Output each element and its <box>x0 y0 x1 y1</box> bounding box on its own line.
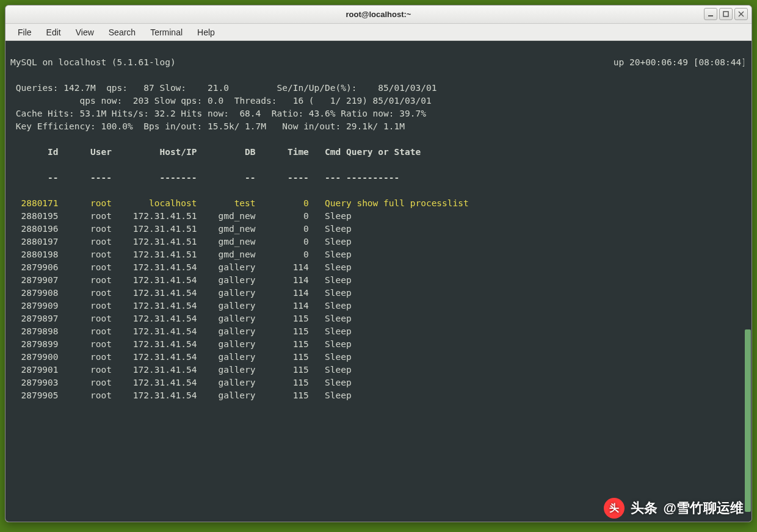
svg-rect-1 <box>723 12 728 16</box>
cell-cmd: Sleep <box>309 287 352 300</box>
cell-user: root <box>59 325 112 338</box>
menu-search[interactable]: Search <box>101 25 143 40</box>
cell-cmd: Sleep <box>309 274 352 287</box>
menu-edit[interactable]: Edit <box>39 25 68 40</box>
process-row: 2879908root172.31.41.54gallery114Sleep <box>10 287 747 300</box>
col-db: DB <box>197 146 256 159</box>
process-row: 2879900root172.31.41.54gallery115Sleep <box>10 351 747 364</box>
cell-user: root <box>59 312 112 325</box>
cell-db: gmd_new <box>197 223 256 235</box>
cell-cmd: Sleep <box>309 351 352 364</box>
cell-host: 172.31.41.51 <box>112 210 197 223</box>
cell-user: root <box>59 223 112 235</box>
menu-terminal[interactable]: Terminal <box>143 25 190 40</box>
cell-cmd: Query show full processlist <box>309 197 469 210</box>
cell-user: root <box>59 261 112 274</box>
cell-db: gmd_new <box>197 235 256 248</box>
menu-file[interactable]: File <box>10 25 39 40</box>
cell-id: 2879901 <box>10 364 59 376</box>
cell-time: 115 <box>256 338 309 351</box>
window-titlebar[interactable]: root@localhost:~ <box>5 5 752 24</box>
cell-db: gmd_new <box>197 210 256 223</box>
cell-db: gallery <box>197 300 256 312</box>
cell-id: 2879909 <box>10 300 59 312</box>
cell-host: 172.31.41.54 <box>112 376 197 389</box>
cell-host: 172.31.41.54 <box>112 312 197 325</box>
close-button[interactable] <box>734 8 748 20</box>
col-host: Host/IP <box>112 146 197 159</box>
cell-host: localhost <box>112 197 197 210</box>
cell-db: gallery <box>197 351 256 364</box>
terminal-output[interactable]: MySQL on localhost (5.1.61-log)up 20+00:… <box>5 41 752 522</box>
menubar: File Edit View Search Terminal Help <box>5 24 752 41</box>
process-row: 2880198root172.31.41.51gmd_new0Sleep <box>10 248 747 261</box>
cell-cmd: Sleep <box>309 261 352 274</box>
cell-user: root <box>59 274 112 287</box>
uptime-clock: up 20+00:06:49 [08:08:44] <box>614 56 747 69</box>
cell-time: 115 <box>256 364 309 376</box>
cell-id: 2880198 <box>10 248 59 261</box>
stats-queries: Queries: 142.7M qps: 87 Slow: 21.0 Se/In… <box>10 83 436 93</box>
cell-user: root <box>59 376 112 389</box>
cell-db: gallery <box>197 389 256 402</box>
col-id: Id <box>10 146 59 159</box>
col-time: Time <box>256 146 309 159</box>
cell-cmd: Sleep <box>309 235 352 248</box>
cell-cmd: Sleep <box>309 210 352 223</box>
cell-id: 2879905 <box>10 389 59 402</box>
process-row: 2879897root172.31.41.54gallery115Sleep <box>10 312 747 325</box>
cell-host: 172.31.41.54 <box>112 389 197 402</box>
cell-cmd: Sleep <box>309 338 352 351</box>
cell-cmd: Sleep <box>309 376 352 389</box>
cell-time: 114 <box>256 261 309 274</box>
cell-cmd: Sleep <box>309 389 352 402</box>
cell-id: 2880196 <box>10 223 59 235</box>
terminal-window: root@localhost:~ File Edit View Search T… <box>5 5 752 522</box>
cell-cmd: Sleep <box>309 325 352 338</box>
cell-id: 2879898 <box>10 325 59 338</box>
cell-host: 172.31.41.54 <box>112 261 197 274</box>
process-row: 2880196root172.31.41.51gmd_new0Sleep <box>10 223 747 235</box>
cell-time: 0 <box>256 235 309 248</box>
cell-user: root <box>59 389 112 402</box>
maximize-button[interactable] <box>719 8 733 20</box>
cell-user: root <box>59 364 112 376</box>
cell-id: 2880197 <box>10 235 59 248</box>
cell-id: 2879903 <box>10 376 59 389</box>
process-row: 2880195root172.31.41.51gmd_new0Sleep <box>10 210 747 223</box>
cell-cmd: Sleep <box>309 312 352 325</box>
cell-user: root <box>59 351 112 364</box>
cell-host: 172.31.41.51 <box>112 223 197 235</box>
column-headers: IdUserHost/IPDBTimeCmd Query or State <box>10 146 747 159</box>
cell-time: 115 <box>256 325 309 338</box>
column-separator: ---------------------- ---------- <box>10 171 747 184</box>
cell-db: gallery <box>197 338 256 351</box>
cell-db: test <box>197 197 256 210</box>
scrollbar-thumb[interactable] <box>745 329 751 512</box>
cell-cmd: Sleep <box>309 248 352 261</box>
cell-id: 2879908 <box>10 287 59 300</box>
menu-help[interactable]: Help <box>190 25 222 40</box>
mysql-host-line: MySQL on localhost (5.1.61-log) <box>10 56 176 69</box>
window-title: root@localhost:~ <box>346 10 411 19</box>
cell-time: 114 <box>256 274 309 287</box>
menu-view[interactable]: View <box>68 25 101 40</box>
cell-time: 115 <box>256 376 309 389</box>
cell-time: 115 <box>256 389 309 402</box>
minimize-button[interactable] <box>704 8 717 20</box>
cell-user: root <box>59 197 112 210</box>
cell-host: 172.31.41.54 <box>112 287 197 300</box>
cell-db: gallery <box>197 274 256 287</box>
process-row: 2879907root172.31.41.54gallery114Sleep <box>10 274 747 287</box>
process-row: 2879909root172.31.41.54gallery114Sleep <box>10 300 747 312</box>
cell-db: gallery <box>197 287 256 300</box>
process-row: 2880171rootlocalhosttest0Query show full… <box>10 197 747 210</box>
process-row: 2880197root172.31.41.51gmd_new0Sleep <box>10 235 747 248</box>
process-row: 2879898root172.31.41.54gallery115Sleep <box>10 325 747 338</box>
cell-time: 114 <box>256 287 309 300</box>
cell-id: 2879906 <box>10 261 59 274</box>
terminal-scrollbar[interactable] <box>744 41 752 522</box>
stats-cache: Cache Hits: 53.1M Hits/s: 32.2 Hits now:… <box>10 109 426 118</box>
cell-db: gmd_new <box>197 248 256 261</box>
cell-cmd: Sleep <box>309 300 352 312</box>
